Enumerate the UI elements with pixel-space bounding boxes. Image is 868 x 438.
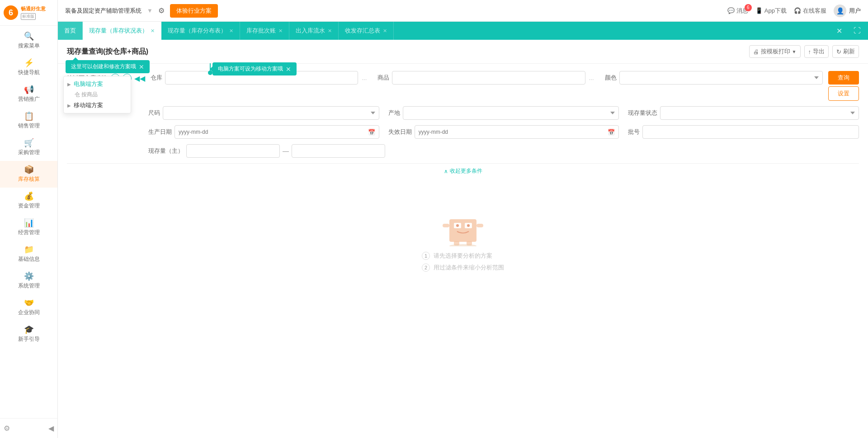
header-left: 装备及固定资产辅助管理系统 ▼ ⚙ 体验行业方案	[65, 4, 218, 18]
sidebar-item-marketing[interactable]: 📢 营销推广	[0, 81, 57, 108]
sales-nav-icon: 📋	[24, 112, 34, 120]
tab-close-stock-status[interactable]: ✕	[151, 28, 155, 34]
refresh-button[interactable]: ↻ 刷新	[832, 45, 859, 58]
sidebar-item-system[interactable]: ⚙️ 系统管理	[0, 268, 57, 294]
svg-point-4	[467, 224, 470, 227]
sidebar-item-basic[interactable]: 📁 基础信息	[0, 241, 57, 268]
expiry-date-input[interactable]	[419, 129, 606, 135]
size-select[interactable]	[163, 106, 379, 120]
svg-rect-6	[476, 224, 483, 227]
sidebar-item-operation[interactable]: 📊 经营管理	[0, 214, 57, 241]
expand-arrow-icon: ▶	[67, 82, 71, 87]
production-date-field[interactable]: 📅	[175, 125, 379, 139]
production-date-input[interactable]	[179, 129, 366, 135]
export-button[interactable]: ↑ 导出	[804, 45, 829, 58]
query-reset-buttons: 查询 设置	[828, 71, 859, 101]
message-icon: 💬	[727, 7, 735, 14]
tooltip-close-2[interactable]: ✕	[139, 63, 144, 71]
sidebar-item-guide[interactable]: 🎓 新手引导	[0, 321, 57, 348]
expand-icon[interactable]: ⛶	[850, 24, 864, 38]
sidebar-item-inventory[interactable]: 📦 库存核算	[0, 161, 57, 188]
page-header: 现存量查询(按仓库+商品) 🖨 按模板打印 ▼ ↑ 导出 ↻	[58, 40, 868, 64]
gear-icon[interactable]: ⚙	[158, 6, 165, 15]
warehouse-dots[interactable]: ...	[360, 75, 368, 81]
tooltip-scheme-create: 这里可以创建和修改方案哦 ✕	[66, 60, 150, 73]
sidebar-item-collab[interactable]: 🤝 企业协同	[0, 294, 57, 321]
print-button[interactable]: 🖨 按模板打印 ▼	[749, 45, 801, 58]
service-icon: 🎧	[794, 7, 801, 14]
expand-arrow2-icon: ▶	[67, 103, 71, 108]
tab-stock-status[interactable]: 现存量（库存状况表） ✕	[83, 22, 161, 40]
print-icon: 🖨	[753, 48, 759, 55]
scheme-pc-node[interactable]: ▶ 电脑端方案	[64, 78, 131, 90]
empty-state: 1 请先选择要分析的方案 2 用过滤条件来缩小分析范围	[58, 179, 868, 299]
filter-origin: 产地	[388, 106, 619, 120]
stock-status-select[interactable]	[660, 106, 859, 120]
scheme-mobile-node[interactable]: ▶ 移动端方案	[64, 99, 131, 111]
sidebar-item-sales[interactable]: 📋 销售管理	[0, 108, 57, 134]
production-date-calendar-icon[interactable]: 📅	[368, 129, 375, 136]
sidebar-item-search[interactable]: 🔍 搜索菜单	[0, 28, 57, 54]
collapse-sidebar-icon[interactable]: ◀	[48, 424, 54, 433]
experience-button[interactable]: 体验行业方案	[170, 4, 218, 18]
tab-stock-dist[interactable]: 现存量（库存分布表） ✕	[161, 22, 240, 40]
sidebar-nav: 🔍 搜索菜单 ⚡ 快捷导航 📢 营销推广 📋 销售管理 🛒 采购管理 📦	[0, 26, 57, 418]
sidebar-item-finance[interactable]: 💰 资金管理	[0, 188, 57, 214]
sidebar-footer: ⚙ ◀	[0, 418, 57, 438]
svg-point-3	[456, 224, 459, 227]
empty-step-2: 2 用过滤条件来缩小分析范围	[422, 264, 504, 272]
goods-dots[interactable]: ...	[587, 75, 596, 81]
stock-min-input[interactable]	[186, 144, 280, 158]
close-all-tabs-icon[interactable]: ✕	[832, 24, 846, 38]
tooltip-bubble-1: 电脑方案可设为移动方案哦 ✕	[212, 62, 297, 75]
tab-batch[interactable]: 库存批次账 ✕	[240, 22, 289, 40]
reset-button[interactable]: 设置	[828, 86, 859, 101]
collapse-filter-button[interactable]: ∧ 收起更多条件	[67, 163, 859, 179]
user-menu[interactable]: 👤 用户	[834, 5, 861, 17]
tab-close-stock-dist[interactable]: ✕	[229, 28, 233, 34]
page-title: 现存量查询(按仓库+商品)	[67, 47, 148, 57]
export-icon: ↑	[808, 48, 811, 55]
filter-expiry-date: 失效日期 📅	[388, 125, 619, 139]
tab-close-batch[interactable]: ✕	[278, 28, 283, 34]
basic-nav-icon: 📁	[24, 245, 34, 254]
query-button[interactable]: 查询	[828, 71, 859, 85]
svg-rect-5	[443, 224, 449, 227]
tab-close-inout[interactable]: ✕	[328, 28, 332, 34]
app-download-button[interactable]: 📱 App下载	[755, 7, 787, 15]
collapse-icon: ∧	[444, 168, 448, 174]
sidebar-item-purchase[interactable]: 🛒 采购管理	[0, 134, 57, 161]
inventory-nav-icon: 📦	[24, 165, 34, 174]
search-nav-icon: 🔍	[24, 32, 34, 40]
scheme-dropdown: 这里可以创建和修改方案哦 ✕ ▶ 电脑端方案 仓 按商品 ▶	[63, 76, 131, 113]
print-arrow-icon: ▼	[792, 49, 797, 54]
filter-color: 颜色	[605, 71, 823, 85]
settings-icon[interactable]: ⚙	[4, 424, 10, 433]
tab-inout[interactable]: 出入库流水 ✕	[289, 22, 339, 40]
tab-close-summary[interactable]: ✕	[383, 28, 387, 34]
empty-step-1: 1 请先选择要分析的方案	[422, 252, 504, 260]
message-badge: 6	[745, 4, 752, 11]
tab-home[interactable]: 首页	[58, 22, 83, 40]
system-title: 装备及固定资产辅助管理系统	[65, 7, 142, 15]
quick-nav-icon: ⚡	[24, 59, 34, 67]
tab-summary[interactable]: 收发存汇总表 ✕	[339, 22, 394, 40]
tooltip-close-1[interactable]: ✕	[286, 66, 291, 73]
goods-input[interactable]	[392, 71, 585, 85]
stock-max-input[interactable]	[292, 144, 385, 158]
header-right: 💬 消息 6 📱 App下载 🎧 在线客服 👤 用户	[727, 5, 861, 17]
back-arrow-icon[interactable]: ◀◀	[134, 74, 145, 83]
origin-select[interactable]	[403, 106, 619, 120]
filter-size: 尺码	[148, 106, 379, 120]
message-button[interactable]: 💬 消息 6	[727, 7, 748, 15]
sidebar-item-quick[interactable]: ⚡ 快捷导航	[0, 54, 57, 81]
marketing-nav-icon: 📢	[24, 85, 34, 94]
expiry-date-calendar-icon[interactable]: 📅	[608, 129, 615, 136]
online-service-button[interactable]: 🎧 在线客服	[794, 7, 826, 15]
expiry-date-field[interactable]: 📅	[415, 125, 619, 139]
batch-input[interactable]	[642, 125, 859, 139]
color-select[interactable]	[619, 71, 823, 85]
system-nav-icon: ⚙️	[24, 272, 34, 280]
phone-icon: 📱	[755, 7, 763, 14]
operation-nav-icon: 📊	[24, 219, 34, 227]
